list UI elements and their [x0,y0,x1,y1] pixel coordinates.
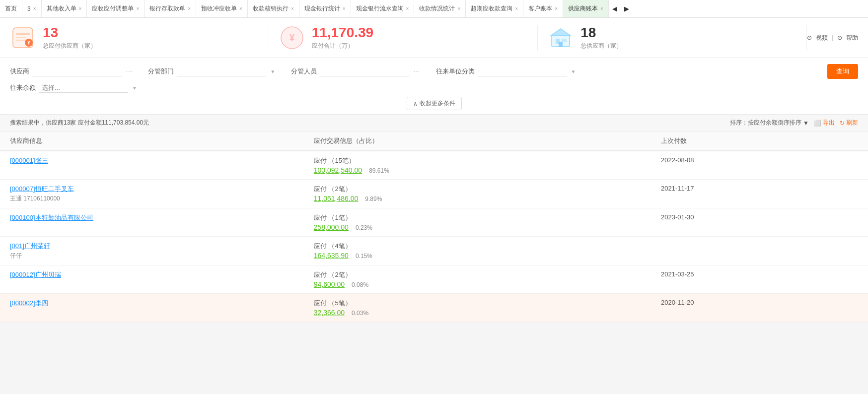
store-icon [548,25,574,51]
tx-amount-row: 32,366.000.03% [314,308,641,317]
table-row: [000012]广州贝瑞应付 （2笔）94,600.000.08%2021-03… [0,265,868,294]
stat-item-total-amount: ¥ 11,170.39 应付合计（万） [269,25,538,51]
person-dots-icon[interactable]: ··· [413,67,420,76]
tab-adjust-label: 应收应付调整单 [92,4,134,13]
balance-filter-input[interactable] [39,83,128,93]
tx-amount-value[interactable]: 258,000.00 [314,223,349,231]
nav-tab-adjust[interactable]: 应收应付调整单 × [87,0,145,17]
tab-bank-label: 银行存取款单 [149,4,185,13]
tx-percentage: 89.61% [369,167,389,174]
search-button[interactable]: 查询 [827,64,858,79]
close-icon[interactable]: × [406,6,409,11]
tx-type-label: 应付 （2笔） [314,270,641,279]
close-icon[interactable]: × [600,6,603,11]
nav-tab-cash-flow[interactable]: 现金银行流水查询 × [351,0,415,17]
nav-tab-customer[interactable]: 客户账本 × [523,0,563,17]
nav-tab-3[interactable]: 3 × [22,0,42,17]
person-filter-input[interactable] [320,66,409,76]
close-icon[interactable]: × [343,6,346,11]
nav-tab-prepay[interactable]: 预收冲应收单 × [196,0,248,17]
stat-item-payable-suppliers: ¥ 13 总应付供应商（家） [10,25,269,51]
close-icon[interactable]: × [291,6,294,11]
collapse-button[interactable]: ∧ 收起更多条件 [407,97,462,110]
tx-amount-value[interactable]: 94,600.00 [314,280,345,288]
tx-percentage: 0.08% [352,281,368,288]
supplier-sub-info: 仔仔 [10,252,294,260]
supplier-cell: [000012]广州贝瑞 [0,265,304,294]
nav-tab-receipt-stat[interactable]: 收款情况统计 × [414,0,466,17]
nav-tab-collection[interactable]: 收款核销执行 × [248,0,299,17]
nav-prev-arrow[interactable]: ◀ [609,0,621,18]
supplier-link[interactable]: [000100]本特勤油品有限公司 [10,214,93,221]
tx-amount-row: 258,000.000.23% [314,222,641,231]
close-icon[interactable]: × [457,6,460,11]
close-icon[interactable]: × [188,6,191,11]
tx-amount-value[interactable]: 164,635.90 [314,252,349,260]
sort-button[interactable]: 排序：按应付余额倒序排序 ▼ [730,119,809,127]
tx-cell: 应付 （2笔）11,051,486.009.89% [304,180,651,208]
supplier-link[interactable]: [000007]恒旺二手叉车 [10,185,74,193]
balance-dropdown-icon[interactable]: ▼ [132,85,137,91]
amount-icon: ¥ [279,25,305,51]
last-payment-cell [651,237,868,265]
nav-next-arrow[interactable]: ▶ [621,0,633,18]
nav-tab-cash-stat[interactable]: 现金银行统计 × [299,0,351,17]
stat-number-payable: 13 [43,25,96,41]
tx-amount-row: 100,092,540.0089.61% [314,165,641,174]
filter-row-1: 供应商 ··· 分管部门 ▼ 分管人员 ··· 往来单位分类 ▼ 查询 [10,64,858,79]
tx-type-label: 应付 （4笔） [314,242,641,251]
close-icon[interactable]: × [33,6,36,11]
stat-info-payable: 13 总应付供应商（家） [43,25,96,51]
stat-info-amount: 11,170.39 应付合计（万） [312,25,374,51]
dept-dropdown-icon[interactable]: ▼ [270,69,275,74]
nav-tab-overdue[interactable]: 超期应收款查询 × [466,0,523,17]
supplier-filter-label: 供应商 [10,67,29,76]
tx-type-label: 应付 （5笔） [314,299,641,308]
collapse-label: 收起更多条件 [420,99,455,108]
category-filter-input[interactable] [478,66,567,76]
dept-filter-input[interactable] [177,66,266,76]
filter-row-2: 往来余额 ▼ [10,83,858,93]
help-link[interactable]: 帮助 [846,34,858,42]
svg-text:¥: ¥ [289,33,294,43]
export-button[interactable]: ⬜ 导出 [814,119,835,127]
sort-label: 排序：按应付余额倒序排序 [730,119,801,127]
nav-tab-supplier[interactable]: 供应商账本 × [563,0,609,17]
tx-cell: 应付 （2笔）94,600.000.08% [304,265,651,294]
supplier-filter-input[interactable] [32,66,122,76]
filter-area: 供应商 ··· 分管部门 ▼ 分管人员 ··· 往来单位分类 ▼ 查询 往来余额 [0,58,868,115]
category-dropdown-icon[interactable]: ▼ [571,69,576,74]
supplier-link[interactable]: [000012]广州贝瑞 [10,271,61,278]
supplier-cell: [000100]本特勤油品有限公司 [0,208,304,237]
close-icon[interactable]: × [79,6,82,11]
tx-amount-value[interactable]: 11,051,486.00 [314,195,359,202]
filter-item-category: 往来单位分类 ▼ [436,66,576,76]
close-icon[interactable]: × [239,6,242,11]
content-area: 供应商信息 应付交易信息（占比） 上次付数 [000001]张三应付 （15笔）… [0,131,868,322]
close-icon[interactable]: × [515,6,518,11]
tx-type-label: 应付 （1笔） [314,213,641,222]
nav-tab-bank[interactable]: 银行存取款单 × [145,0,196,17]
tx-cell: 应付 （4笔）164,635.900.15% [304,237,651,265]
supplier-link[interactable]: [001]广州荣轩 [10,242,50,250]
filter-item-supplier: 供应商 ··· [10,66,132,76]
nav-tab-home[interactable]: 首页 [0,0,22,17]
svg-text:¥: ¥ [27,40,30,46]
result-bar: 搜索结果中，供应商13家 应付金额111,703,854.00元 排序：按应付余… [0,115,868,131]
table-row: [000002]李四应付 （5笔）32,366.000.03%2020-11-2… [0,294,868,322]
supplier-dots-icon[interactable]: ··· [126,67,132,76]
refresh-button[interactable]: ↻ 刷新 [840,119,858,127]
last-payment-cell: 2021-11-17 [651,180,868,208]
tx-percentage: 9.89% [365,196,382,202]
tx-amount-value[interactable]: 32,366.00 [314,309,345,317]
stat-label-amount: 应付合计（万） [312,42,374,50]
tab-cash-flow-label: 现金银行流水查询 [356,4,404,13]
supplier-cell: [001]广州荣轩仔仔 [0,237,304,265]
supplier-link[interactable]: [000001]张三 [10,157,48,164]
video-link[interactable]: 视频 [816,34,828,42]
supplier-link[interactable]: [000002]李四 [10,299,48,307]
tx-amount-value[interactable]: 100,092,540.00 [314,166,362,174]
close-icon[interactable]: × [555,6,558,11]
close-icon[interactable]: × [136,6,139,11]
nav-tab-other-income[interactable]: 其他收入单 × [42,0,87,17]
